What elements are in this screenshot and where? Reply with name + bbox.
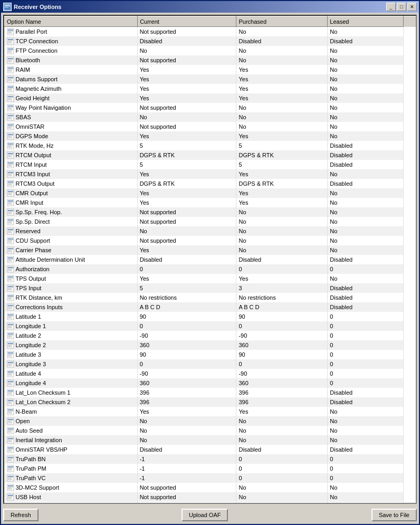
table-row[interactable]: Web InterfaceNot supportedDisabledDisabl… xyxy=(5,502,416,503)
svg-rect-172 xyxy=(8,346,12,346)
svg-rect-121 xyxy=(8,250,13,250)
table-row[interactable]: Sp.Sp. DirectNot supportedNoNo xyxy=(5,217,416,226)
table-row[interactable]: RTCM Input55Disabled xyxy=(5,160,416,169)
table-row[interactable]: Auto SeedNoNoNo xyxy=(5,426,416,435)
table-row[interactable]: Longitude 3000 xyxy=(5,359,416,369)
col-header-current[interactable]: Current xyxy=(138,16,236,27)
table-row[interactable]: Magnetic AzimuthYesYesNo xyxy=(5,84,416,93)
option-name-label: Latitude 3 xyxy=(16,351,41,358)
current-cell: Yes xyxy=(138,65,236,74)
table-row[interactable]: Lat_Lon Checksum 1396396Disabled xyxy=(5,388,416,397)
table-row[interactable]: Latitude 2-90-900 xyxy=(5,331,416,340)
purchased-cell: 0 xyxy=(236,464,328,473)
table-row[interactable]: CMR InputYesYesNo xyxy=(5,198,416,207)
table-row[interactable]: OpenNoNoNo xyxy=(5,416,416,426)
table-row[interactable]: Inertial IntegrationNoNoNo xyxy=(5,435,416,445)
table-row[interactable]: Attitude Determination UnitDisabledDisab… xyxy=(5,255,416,264)
table-row[interactable]: RTCM OutputDGPS & RTKDGPS & RTKDisabled xyxy=(5,150,416,160)
table-row[interactable]: Authorization000 xyxy=(5,264,416,274)
table-row[interactable]: SBASNoNoNo xyxy=(5,112,416,122)
table-row[interactable]: USB HostNot supportedNoNo xyxy=(5,492,416,502)
table-row[interactable]: CMR OutputYesYesNo xyxy=(5,188,416,198)
purchased-cell: No xyxy=(236,416,328,426)
table-row[interactable]: 3D-MC2 SupportNot supportedNoNo xyxy=(5,483,416,492)
table-row[interactable]: Longitude 43603600 xyxy=(5,378,416,388)
table-row[interactable]: DGPS ModeYesYesNo xyxy=(5,131,416,141)
col-header-leased[interactable]: Leased xyxy=(328,16,404,27)
upload-oaf-button[interactable]: Upload OAF xyxy=(182,509,228,521)
svg-rect-176 xyxy=(8,354,13,355)
col-header-option-name[interactable]: Option Name xyxy=(5,16,138,27)
table-row[interactable]: Latitude 4-90-900 xyxy=(5,369,416,378)
table-row[interactable]: CDU SupportNot supportedNoNo xyxy=(5,236,416,245)
table-row[interactable]: BluetoothNot supportedNoNo xyxy=(5,55,416,65)
table-row[interactable]: Geoid HeightYesYesNo xyxy=(5,93,416,103)
option-name-label: TruPath BN xyxy=(16,456,46,462)
table-row[interactable]: RTCM3 OutputDGPS & RTKDGPS & RTKDisabled xyxy=(5,179,416,188)
table-row[interactable]: RTCM3 InputYesYesNo xyxy=(5,169,416,179)
current-cell: Not supported xyxy=(138,502,236,503)
table-row[interactable]: Longitude 23603600 xyxy=(5,340,416,350)
svg-rect-29 xyxy=(7,76,14,82)
table-row[interactable]: OmniSTAR VBS/HPDisabledDisabledDisabled xyxy=(5,445,416,454)
table-row[interactable]: FTP ConnectionNoNoNo xyxy=(5,46,416,55)
option-name-cell: Open xyxy=(5,416,138,426)
option-name-label: Datums Support xyxy=(16,76,58,82)
table-scroll-area[interactable]: Option Name Current Purchased Leased Par… xyxy=(4,16,416,503)
table-row[interactable]: TPS Input53Disabled xyxy=(5,283,416,293)
svg-rect-106 xyxy=(8,221,13,222)
table-row[interactable]: RAIMYesYesNo xyxy=(5,65,416,74)
svg-rect-102 xyxy=(8,213,12,213)
option-name-label: RTCM Output xyxy=(16,152,52,158)
option-name-cell: RTCM Output xyxy=(5,150,138,160)
option-name-cell: Carrier Phase xyxy=(5,245,138,255)
table-row[interactable]: Datums SupportYesYesNo xyxy=(5,74,416,84)
table-row[interactable]: TruPath VC-100 xyxy=(5,473,416,483)
table-row[interactable]: Corrections InputsA B C DA B C DDisabled xyxy=(5,302,416,312)
svg-rect-124 xyxy=(7,256,14,263)
svg-rect-162 xyxy=(8,327,12,327)
svg-rect-107 xyxy=(8,222,12,223)
table-row[interactable]: Parallel PortNot supportedNoNo xyxy=(5,27,416,37)
option-name-cell: TruPath BN xyxy=(5,454,138,464)
svg-rect-120 xyxy=(8,248,13,249)
svg-rect-14 xyxy=(7,47,14,54)
table-row[interactable]: RTK Mode, Hz55Disabled xyxy=(5,141,416,150)
option-name-label: Auto Seed xyxy=(16,427,43,434)
table-row[interactable]: Latitude 190900 xyxy=(5,312,416,321)
table-row[interactable]: Sp.Sp. Freq. Hop.Not supportedNoNo xyxy=(5,207,416,217)
table-row[interactable]: TruPath PM-100 xyxy=(5,464,416,473)
table-row[interactable]: TCP ConnectionDisabledDisabledDisabled xyxy=(5,36,416,46)
col-header-purchased[interactable]: Purchased xyxy=(236,16,328,27)
minimize-button[interactable]: _ xyxy=(386,3,396,11)
close-button[interactable]: ✕ xyxy=(407,3,417,11)
table-row[interactable]: Lat_Lon Checksum 2396396Disabled xyxy=(5,397,416,407)
table-row[interactable]: TPS OutputYesYesNo xyxy=(5,274,416,283)
col-header-spacer xyxy=(404,16,416,27)
table-row[interactable]: Way Point NavigationNot supportedNoNo xyxy=(5,103,416,112)
svg-rect-63 xyxy=(8,138,12,138)
row-icon xyxy=(7,379,14,387)
table-row[interactable]: TruPath BN-100 xyxy=(5,454,416,464)
refresh-button[interactable]: Refresh xyxy=(3,509,39,521)
table-row[interactable]: Longitude 1000 xyxy=(5,321,416,331)
table-row[interactable]: Latitude 390900 xyxy=(5,350,416,359)
option-name-label: Way Point Navigation xyxy=(16,104,71,111)
purchased-cell: No xyxy=(236,217,328,226)
row-icon xyxy=(7,303,14,311)
current-cell: No restrictions xyxy=(138,293,236,302)
save-to-file-button[interactable]: Save to File xyxy=(371,509,417,521)
purchased-cell: No xyxy=(236,103,328,112)
table-row[interactable]: OmniSTARNot supportedNoNo xyxy=(5,122,416,131)
table-row[interactable]: RTK Distance, kmNo restrictionsNo restri… xyxy=(5,293,416,302)
row-icon xyxy=(7,360,14,368)
table-row[interactable]: Carrier PhaseYesNoNo xyxy=(5,245,416,255)
purchased-cell: Disabled xyxy=(236,255,328,264)
table-row[interactable]: N-BeamYesYesNo xyxy=(5,407,416,416)
svg-rect-54 xyxy=(7,123,14,130)
maximize-button[interactable]: □ xyxy=(397,3,406,11)
leased-cell: 0 xyxy=(328,331,404,340)
table-row[interactable]: ReservedNoNoNo xyxy=(5,226,416,236)
option-name-cell: Latitude 3 xyxy=(5,350,138,359)
svg-rect-252 xyxy=(8,498,12,498)
